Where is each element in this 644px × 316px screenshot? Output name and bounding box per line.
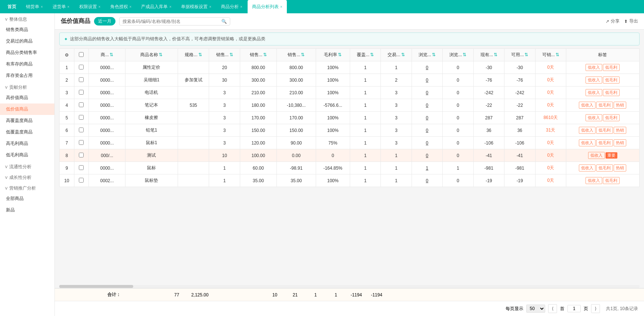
row-select-checkbox[interactable] [79,128,84,132]
sidebar-item-capital[interactable]: 库存资金占用 [0,70,54,81]
close-icon[interactable]: × [67,5,70,9]
col-view1-header[interactable]: 浏览...⇅ [412,49,442,61]
sidebar-group-growth[interactable]: ∨ 成长性分析 [0,171,54,182]
row-checkbox[interactable] [74,74,89,86]
row-view1[interactable]: 0 [412,112,442,124]
sidebar-group-circulation[interactable]: ∨ 流通性分析 [0,161,54,171]
sidebar-item-high-value[interactable]: 高价值商品 [0,92,54,103]
nav-product-in[interactable]: 产成品入库单 × [137,0,176,13]
view-link[interactable]: 0 [426,78,429,83]
share-button[interactable]: ↗ 分享 [606,18,620,24]
sidebar-item-high-margin[interactable]: 高毛利商品 [0,138,54,149]
row-select-checkbox[interactable] [79,178,84,183]
search-icon[interactable]: 🔍 [221,19,227,24]
row-checkbox[interactable] [74,162,89,174]
first-page-btn[interactable]: ⟨ [548,304,557,313]
col-sales3-header[interactable]: 销售...⇅ [276,49,316,61]
sidebar-item-traded[interactable]: 交易过的商品 [0,35,54,47]
sidebar-item-new-products[interactable]: 新品 [0,204,54,216]
col-name-header[interactable]: 商品名称⇅ [125,49,178,61]
close-icon[interactable]: × [209,5,211,9]
row-checkbox[interactable] [74,112,89,124]
page-number-input[interactable] [567,305,581,312]
row-view1[interactable]: 0 [412,61,442,74]
col-saleable-header[interactable]: 可销...⇅ [535,49,566,61]
select-all-checkbox[interactable] [79,52,84,57]
view-link[interactable]: 0 [426,103,429,108]
view-link[interactable]: 0 [426,153,429,158]
view-link[interactable]: 0 [426,128,429,133]
search-input[interactable] [123,19,221,24]
view-link[interactable]: 0 [426,65,429,70]
nav-template[interactable]: 单据模板设置 × [177,0,216,13]
sidebar-item-all-products[interactable]: 全部商品 [0,193,54,204]
view-link[interactable]: 0 [426,178,429,183]
row-view1[interactable]: 0 [412,124,442,137]
close-icon[interactable]: × [169,5,171,9]
row-select-checkbox[interactable] [79,153,84,157]
close-icon[interactable]: × [130,5,132,9]
sidebar-item-low-margin[interactable]: 低毛利商品 [0,149,54,161]
row-view1[interactable]: 0 [412,99,442,112]
col-code-header[interactable]: 商...⇅ [89,49,125,61]
row-select-checkbox[interactable] [79,90,84,95]
close-icon[interactable]: × [240,5,242,9]
col-stock-header[interactable]: 现有...⇅ [473,49,504,61]
col-available-header[interactable]: 可用...⇅ [504,49,535,61]
row-view1[interactable]: 0 [412,149,442,162]
nav-purchase-order[interactable]: 进货单 × [48,0,74,13]
sidebar-item-category-rate[interactable]: 商品分类销售率 [0,47,54,58]
view-link[interactable]: 0 [426,90,429,95]
horizontal-scrollbar[interactable] [59,285,640,288]
row-view1[interactable]: 0 [412,137,442,149]
row-checkbox[interactable] [74,99,89,112]
row-checkbox[interactable] [74,137,89,149]
sidebar-item-stock-products[interactable]: 有库存的商品 [0,58,54,70]
col-coverage-header[interactable]: 覆盖...⇅ [350,49,380,61]
close-icon[interactable]: × [41,5,43,9]
nav-product-analysis[interactable]: 商品分析 × [217,0,247,13]
col-sales1-header[interactable]: 销售...⇅ [209,49,240,61]
col-sales2-header[interactable]: 销售...⇅ [240,49,276,61]
row-select-checkbox[interactable] [79,165,84,170]
view-link[interactable]: 1 [426,166,429,171]
nav-role-auth[interactable]: 角色授权 × [106,0,136,13]
row-checkbox[interactable] [74,149,89,162]
nav-analysis-list[interactable]: 商品分析列表 × [248,0,287,13]
nav-home[interactable]: 首页 [3,0,21,13]
close-icon[interactable]: × [98,5,101,9]
col-tags-header[interactable]: 标签 [566,49,639,61]
view-link[interactable]: 0 [426,140,429,146]
row-checkbox[interactable] [74,124,89,137]
col-checkbox[interactable] [74,49,89,61]
nav-permission[interactable]: 权限设置 × [75,0,105,13]
row-checkbox[interactable] [74,86,89,99]
col-spec-header[interactable]: 规格...⇅ [178,49,209,61]
row-select-checkbox[interactable] [79,102,84,107]
sidebar-item-low-coverage[interactable]: 低覆盖度商品 [0,126,54,138]
col-settings[interactable]: ⚙ [60,49,74,61]
row-checkbox[interactable] [74,174,89,187]
col-view2-header[interactable]: 浏览...⇅ [443,49,473,61]
row-view1[interactable]: 0 [412,86,442,99]
close-icon[interactable]: × [280,5,282,9]
scrollbar-thumb[interactable] [59,285,133,288]
col-margin-header[interactable]: 毛利率⇅ [316,49,350,61]
row-select-checkbox[interactable] [79,140,84,145]
filter-recent-month[interactable]: 近一月 [94,17,115,26]
row-view1[interactable]: 0 [412,74,442,86]
row-checkbox[interactable] [74,61,89,74]
next-page-btn[interactable]: ⟩ [591,304,600,313]
col-trade-header[interactable]: 交易...⇅ [381,49,412,61]
sidebar-item-high-coverage[interactable]: 高覆盖度商品 [0,115,54,126]
view-link[interactable]: 0 [426,115,429,120]
row-view1[interactable]: 1 [412,162,442,174]
sidebar-item-low-value[interactable]: 低价值商品 [0,103,54,115]
sidebar-item-sales-products[interactable]: 销售类商品 [0,24,54,35]
nav-sales-order[interactable]: 销货单 × [21,0,47,13]
row-select-checkbox[interactable] [79,65,84,69]
per-page-select[interactable]: 50 100 200 [526,305,545,313]
row-view1[interactable]: 0 [412,174,442,187]
export-button[interactable]: ⬆ 导出 [624,18,638,24]
row-select-checkbox[interactable] [79,115,84,120]
